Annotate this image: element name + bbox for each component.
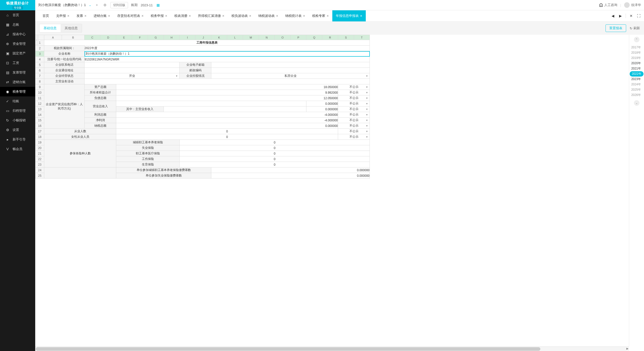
cell[interactable]: -4.000000 — [116, 118, 338, 123]
col-header-E[interactable]: E — [116, 35, 132, 40]
cell[interactable] — [44, 167, 116, 179]
cell[interactable]: 从业人数 — [44, 129, 116, 134]
calendar-icon[interactable]: ▦ — [156, 3, 161, 8]
row-num[interactable]: 7 — [35, 73, 44, 79]
sidebar-item-10[interactable]: ▭归档管理 — [0, 106, 35, 116]
cell[interactable]: 净利润 — [85, 118, 116, 123]
reset-report-button[interactable]: 重置报表 — [606, 24, 626, 32]
row-num[interactable]: 11 — [35, 95, 44, 101]
cell[interactable]: 不公示 — [338, 112, 370, 118]
close-icon[interactable]: ✕ — [189, 14, 191, 18]
sidebar-item-0[interactable]: ⌂首页 — [0, 10, 35, 20]
chevron-down-icon[interactable]: ⌄ — [89, 3, 91, 7]
sidebar-item-3[interactable]: ⊛资金管理 — [0, 39, 35, 49]
row-num[interactable]: 19 — [35, 140, 44, 145]
row-num[interactable]: 17 — [35, 129, 44, 134]
col-header-C[interactable]: C — [85, 35, 100, 40]
close-icon[interactable]: ✕ — [108, 14, 110, 18]
close-icon[interactable]: ✕ — [249, 14, 251, 18]
sidebar-item-2[interactable]: ⊿报表中心 — [0, 29, 35, 39]
cell[interactable] — [164, 107, 306, 112]
row-num[interactable]: 16 — [35, 123, 44, 129]
close-icon[interactable]: ✕ — [360, 14, 362, 18]
row-num[interactable]: 21 — [35, 151, 44, 156]
cell[interactable]: 工伤保险 — [116, 156, 180, 162]
cell[interactable]: 企业名称 — [44, 51, 85, 57]
year-2017年[interactable]: 2017年 — [630, 45, 643, 50]
cell[interactable]: 2022年度 — [85, 46, 370, 51]
cell[interactable]: 失业保险 — [116, 145, 180, 151]
cell[interactable]: 0 — [180, 145, 370, 151]
cell[interactable] — [211, 62, 370, 68]
tab-9[interactable]: 纳税波动表✕ — [255, 10, 282, 21]
subtab-0[interactable]: 基础信息 — [39, 24, 61, 32]
tab-12[interactable]: 年报信息申报表✕ — [332, 10, 366, 21]
col-header-M[interactable]: M — [243, 35, 259, 40]
cell[interactable]: 私营企业 — [211, 73, 370, 79]
year-2019年[interactable]: 2019年 — [630, 55, 643, 61]
row-num[interactable]: 23 — [35, 162, 44, 167]
cell[interactable]: 女性从业人员 — [44, 134, 116, 140]
cell[interactable]: 12.050000 — [116, 95, 338, 101]
cell[interactable]: -4.000000 — [116, 112, 338, 118]
cell[interactable]: 生育保险 — [116, 162, 180, 167]
cell[interactable]: 不公示 — [338, 84, 370, 90]
cell[interactable] — [85, 68, 180, 73]
cell[interactable]: 企业联系电话 — [44, 62, 85, 68]
cell[interactable]: 营业总收入 — [85, 101, 116, 112]
cell[interactable]: 城镇职工基本养老保险 — [116, 140, 180, 145]
col-header-G[interactable]: G — [148, 35, 164, 40]
close-icon[interactable]: ✕ — [84, 14, 87, 18]
sidebar-item-7[interactable]: ⇄进销台账 — [0, 77, 35, 87]
cell[interactable]: 0 — [116, 129, 338, 134]
year-down-icon[interactable]: ⌄ — [634, 100, 639, 106]
row-num[interactable]: 25 — [35, 173, 44, 179]
tab-10[interactable]: 纳税统计表✕ — [282, 10, 309, 21]
tab-prev-icon[interactable]: ◀ — [610, 13, 616, 19]
support-link[interactable]: 🎧 人工咨询 — [599, 3, 617, 7]
period-value[interactable]: 2023-11 — [141, 3, 153, 7]
year-2022年[interactable]: 2022年 — [630, 71, 643, 77]
sidebar-item-1[interactable]: ▦总账 — [0, 20, 35, 29]
cell[interactable]: 企业资产状况信息(币种：人民币万元) — [44, 84, 85, 129]
tab-11[interactable]: 税检专家✕ — [309, 10, 332, 21]
account-name[interactable]: 刘小艳演示账套（勿删勿动！）1 — [38, 3, 86, 7]
row-num[interactable]: 9 — [35, 84, 44, 90]
cell[interactable]: 0 — [180, 140, 370, 145]
horizontal-scrollbar[interactable]: ▶ — [35, 346, 629, 351]
add-icon[interactable]: ＋ — [94, 3, 99, 8]
close-icon[interactable]: ✕ — [276, 14, 278, 18]
row-num[interactable]: 14 — [35, 112, 44, 118]
cell[interactable]: 不公示 — [338, 134, 370, 140]
sidebar-item-8[interactable]: ◉税务管理 — [0, 87, 35, 96]
col-header-S[interactable]: S — [338, 35, 354, 40]
cell[interactable] — [85, 62, 180, 68]
row-num[interactable]: 20 — [35, 145, 44, 151]
row-num[interactable]: 4 — [35, 57, 44, 62]
cell[interactable]: 不公示 — [338, 90, 370, 95]
tab-7[interactable]: 所得税汇算清缴✕ — [194, 10, 228, 21]
col-header-P[interactable]: P — [291, 35, 306, 40]
col-header-N[interactable]: N — [259, 35, 275, 40]
year-2018年[interactable]: 2018年 — [630, 50, 643, 55]
cell[interactable]: 18.050000 — [116, 84, 338, 90]
year-2021年[interactable]: 2021年 — [630, 66, 643, 71]
tab-1[interactable]: 兑申报✕ — [53, 10, 73, 21]
col-header-R[interactable]: R — [322, 35, 338, 40]
cell[interactable]: 主营业务活动 — [44, 79, 85, 84]
year-2026年[interactable]: 2026年 — [630, 92, 643, 98]
cell[interactable]: 0.000000 — [211, 167, 370, 173]
cell[interactable]: 不公示 — [338, 118, 370, 123]
cell[interactable]: 职工基本医疗保险 — [116, 151, 180, 156]
collapse-handle-icon[interactable]: ‹ — [35, 35, 38, 45]
tab-close-all-icon[interactable]: ✕ — [628, 13, 634, 19]
cell[interactable]: 纳税总额 — [85, 123, 116, 129]
year-2020年[interactable]: 2020年 — [630, 61, 643, 66]
col-header-K[interactable]: K — [211, 35, 227, 40]
refresh-button[interactable]: ↻ 刷新 — [630, 26, 640, 30]
cell[interactable]: 不公示 — [338, 129, 370, 134]
cell[interactable]: 单位参加失业保险缴费基数 — [116, 173, 211, 179]
sidebar-item-4[interactable]: ▣固定资产 — [0, 49, 35, 58]
col-header-F[interactable]: F — [132, 35, 148, 40]
cell[interactable]: 0.000000 — [116, 123, 338, 129]
